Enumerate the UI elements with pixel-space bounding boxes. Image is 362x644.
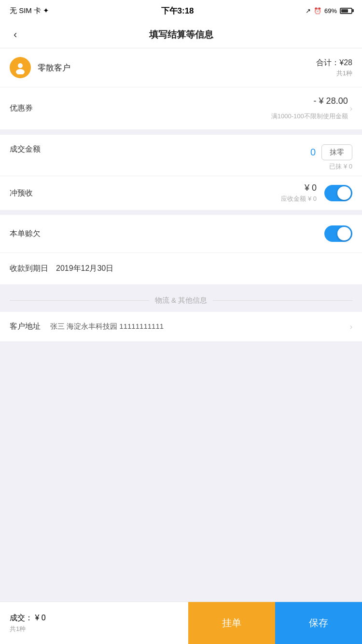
total-amount: 合计：¥28 bbox=[316, 58, 352, 68]
address-card: 客户地址 张三 海淀永丰科技园 11111111111 › bbox=[0, 312, 362, 341]
footer-count: 共1种 bbox=[10, 625, 179, 633]
alarm-icon: ⏰ bbox=[314, 7, 321, 14]
debt-row: 本单赊欠 bbox=[0, 215, 362, 252]
prepay-row: 冲预收 ¥ 0 应收金额 ¥ 0 bbox=[0, 176, 362, 210]
debt-toggle[interactable] bbox=[324, 225, 352, 242]
coupon-label: 优惠券 bbox=[10, 103, 33, 113]
prepay-label: 冲预收 bbox=[10, 188, 33, 198]
round-down-button[interactable]: 抹零 bbox=[321, 144, 352, 160]
back-button[interactable]: ‹ bbox=[10, 25, 21, 45]
footer-deal-amount: ¥ 0 bbox=[35, 614, 45, 622]
due-date-value: 2019年12月30日 bbox=[56, 264, 113, 274]
debt-card: 本单赊欠 收款到期日 2019年12月30日 bbox=[0, 215, 362, 284]
svg-point-0 bbox=[18, 63, 23, 68]
location-icon: ↗ bbox=[306, 7, 311, 14]
address-chevron-icon: › bbox=[350, 322, 352, 331]
due-date-row: 收款到期日 2019年12月30日 bbox=[0, 252, 362, 284]
debt-label: 本单赊欠 bbox=[10, 229, 41, 239]
logistics-label: 物流 & 其他信息 bbox=[155, 296, 207, 305]
avatar bbox=[10, 57, 31, 78]
logistics-header: 物流 & 其他信息 bbox=[0, 289, 362, 312]
customer-summary: 合计：¥28 共1种 bbox=[316, 58, 352, 78]
footer-info: 成交： ¥ 0 共1种 bbox=[0, 613, 188, 633]
prepay-toggle[interactable] bbox=[324, 185, 352, 201]
deal-sub-label: 已抹 ¥ 0 bbox=[329, 162, 352, 171]
customer-row[interactable]: 零散客户 合计：¥28 共1种 bbox=[0, 48, 362, 87]
svg-point-1 bbox=[16, 69, 25, 74]
prepay-sub: 应收金额 ¥ 0 bbox=[281, 195, 317, 203]
debt-toggle-knob bbox=[337, 227, 351, 240]
coupon-chevron-icon: › bbox=[350, 104, 352, 113]
status-right: ↗ ⏰ 69% bbox=[306, 7, 352, 14]
customer-card: 零散客户 合计：¥28 共1种 优惠券 - ¥ 28.00 满1000-100不… bbox=[0, 48, 362, 129]
nav-bar: ‹ 填写结算等信息 bbox=[0, 21, 362, 48]
customer-info-left: 零散客户 bbox=[10, 57, 70, 78]
coupon-desc: 满1000-100不限制使用金额 bbox=[271, 112, 348, 121]
total-count: 共1种 bbox=[316, 69, 352, 78]
no-sim-label: 无 SIM 卡 ✦ bbox=[10, 6, 49, 15]
prepay-toggle-knob bbox=[337, 186, 351, 200]
save-button[interactable]: 保存 bbox=[275, 602, 362, 644]
coupon-right: - ¥ 28.00 满1000-100不限制使用金额 bbox=[33, 96, 348, 121]
status-left: 无 SIM 卡 ✦ bbox=[10, 6, 49, 15]
address-label: 客户地址 bbox=[10, 322, 41, 332]
battery-percent: 69% bbox=[324, 7, 337, 14]
deal-value[interactable]: 0 bbox=[296, 147, 316, 158]
footer-deal-label: 成交： bbox=[10, 614, 33, 622]
status-time: 下午3:18 bbox=[161, 5, 194, 16]
address-row[interactable]: 客户地址 张三 海淀永丰科技园 11111111111 › bbox=[0, 312, 362, 341]
footer: 成交： ¥ 0 共1种 挂单 保存 bbox=[0, 602, 362, 644]
footer-deal-line: 成交： ¥ 0 bbox=[10, 613, 179, 623]
nav-title: 填写结算等信息 bbox=[149, 28, 213, 41]
coupon-amount: - ¥ 28.00 bbox=[314, 96, 348, 106]
address-value: 张三 海淀永丰科技园 11111111111 bbox=[50, 322, 350, 331]
status-bar: 无 SIM 卡 ✦ 下午3:18 ↗ ⏰ 69% bbox=[0, 0, 362, 21]
battery-icon bbox=[340, 8, 352, 14]
deal-row: 成交金额 0 抹零 已抹 ¥ 0 bbox=[0, 134, 362, 176]
prepay-amount: ¥ 0 bbox=[281, 183, 317, 193]
due-date-label: 收款到期日 bbox=[10, 264, 48, 274]
deal-label: 成交金额 bbox=[10, 144, 41, 154]
coupon-row[interactable]: 优惠券 - ¥ 28.00 满1000-100不限制使用金额 › bbox=[0, 87, 362, 129]
deal-card: 成交金额 0 抹零 已抹 ¥ 0 冲预收 ¥ 0 应收金额 ¥ 0 bbox=[0, 134, 362, 210]
customer-name: 零散客户 bbox=[38, 62, 70, 73]
hang-button[interactable]: 挂单 bbox=[188, 602, 275, 644]
content-area: 零散客户 合计：¥28 共1种 优惠券 - ¥ 28.00 满1000-100不… bbox=[0, 48, 362, 390]
